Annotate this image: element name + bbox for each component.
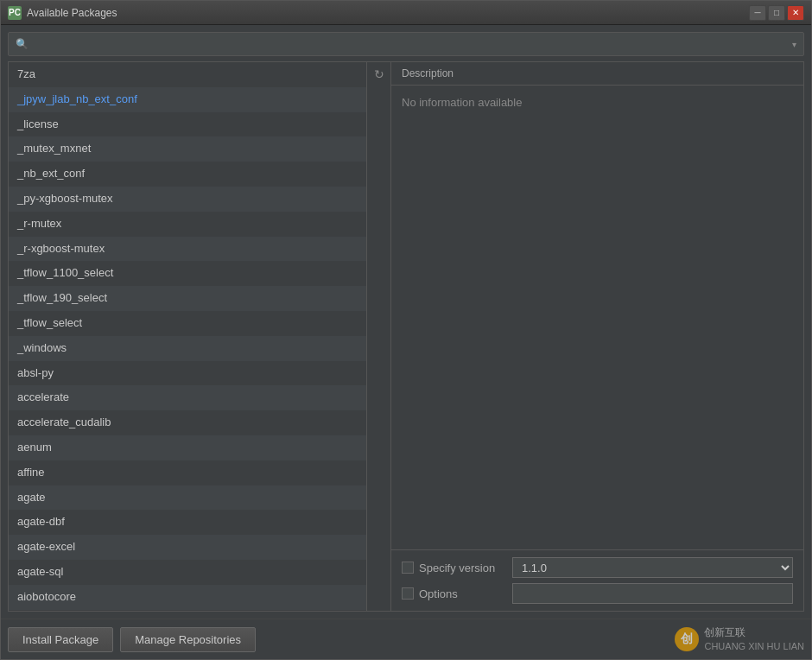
- options-checkbox-wrapper: Options: [402, 587, 505, 600]
- bottom-controls: Specify version 1.1.0 Options: [391, 549, 803, 611]
- list-item[interactable]: agate-sql: [9, 560, 366, 585]
- search-icon: 🔍: [16, 38, 29, 50]
- list-item[interactable]: _py-xgboost-mutex: [9, 187, 366, 212]
- package-list-container: 7za_jpyw_jlab_nb_ext_conf_license_mutex_…: [9, 62, 367, 611]
- watermark-line1: 创新互联: [704, 626, 804, 640]
- watermark: 创 创新互联 CHUANG XIN HU LIAN: [675, 626, 804, 652]
- options-row: Options: [402, 583, 793, 604]
- install-package-button[interactable]: Install Package: [8, 627, 113, 652]
- list-item[interactable]: _jpyw_jlab_nb_ext_conf: [9, 87, 366, 112]
- search-input[interactable]: [34, 38, 787, 51]
- list-item[interactable]: _nb_ext_conf: [9, 162, 366, 187]
- list-item[interactable]: _tflow_1100_select: [9, 261, 366, 286]
- list-item[interactable]: _r-mutex: [9, 212, 366, 237]
- specify-version-checkbox-wrapper: Specify version: [402, 562, 505, 574]
- watermark-logo: 创: [675, 627, 699, 651]
- list-item[interactable]: accelerate: [9, 385, 366, 410]
- window-icon: PC: [8, 6, 22, 20]
- close-button[interactable]: ✕: [787, 5, 804, 21]
- list-item[interactable]: accelerate_cudalib: [9, 410, 366, 435]
- list-item[interactable]: aiofiles: [9, 610, 366, 612]
- specify-version-label: Specify version: [419, 562, 495, 574]
- main-window: PC Available Packages ─ □ ✕ 🔍 ▾ 7za_jpyw…: [0, 0, 812, 660]
- version-select[interactable]: 1.1.0: [512, 557, 793, 578]
- list-item[interactable]: aenum: [9, 435, 366, 460]
- list-item[interactable]: aiobotocore: [9, 585, 366, 610]
- refresh-button[interactable]: ↻: [371, 66, 388, 83]
- watermark-line2: CHUANG XIN HU LIAN: [704, 640, 804, 652]
- search-bar: 🔍 ▾: [8, 32, 804, 56]
- options-input[interactable]: [512, 583, 793, 604]
- main-area: 7za_jpyw_jlab_nb_ext_conf_license_mutex_…: [8, 61, 804, 612]
- list-item[interactable]: affine: [9, 460, 366, 485]
- version-row: Specify version 1.1.0: [402, 557, 793, 578]
- search-dropdown-icon[interactable]: ▾: [792, 40, 796, 49]
- list-item[interactable]: 7za: [9, 62, 366, 87]
- minimize-button[interactable]: ─: [749, 5, 766, 21]
- title-bar: PC Available Packages ─ □ ✕: [1, 1, 811, 25]
- watermark-text: 创新互联 CHUANG XIN HU LIAN: [704, 626, 804, 652]
- list-item[interactable]: _tflow_190_select: [9, 286, 366, 311]
- list-item[interactable]: _tflow_select: [9, 311, 366, 336]
- options-checkbox[interactable]: [402, 587, 414, 600]
- description-panel: Description No information available Spe…: [391, 62, 803, 611]
- options-label: Options: [419, 587, 458, 600]
- description-header: Description: [391, 62, 803, 86]
- refresh-divider: ↻: [367, 62, 391, 611]
- package-list: 7za_jpyw_jlab_nb_ext_conf_license_mutex_…: [9, 62, 366, 611]
- content-area: 🔍 ▾ 7za_jpyw_jlab_nb_ext_conf_license_mu…: [1, 25, 811, 619]
- specify-version-checkbox[interactable]: [402, 562, 414, 574]
- list-item[interactable]: _license: [9, 112, 366, 137]
- list-item[interactable]: absl-py: [9, 361, 366, 386]
- maximize-button[interactable]: □: [768, 5, 785, 21]
- list-item[interactable]: agate-excel: [9, 535, 366, 560]
- list-item[interactable]: agate: [9, 485, 366, 511]
- list-item[interactable]: _r-xgboost-mutex: [9, 237, 366, 262]
- list-item[interactable]: _windows: [9, 336, 366, 361]
- list-item[interactable]: agate-dbf: [9, 510, 366, 535]
- description-content: No information available: [391, 86, 803, 549]
- manage-repositories-button[interactable]: Manage Repositories: [120, 627, 256, 652]
- window-title: Available Packages: [27, 7, 749, 19]
- list-item[interactable]: _mutex_mxnet: [9, 136, 366, 162]
- title-bar-controls: ─ □ ✕: [749, 5, 804, 21]
- footer-buttons: Install Package Manage Repositories 创 创新…: [1, 619, 811, 659]
